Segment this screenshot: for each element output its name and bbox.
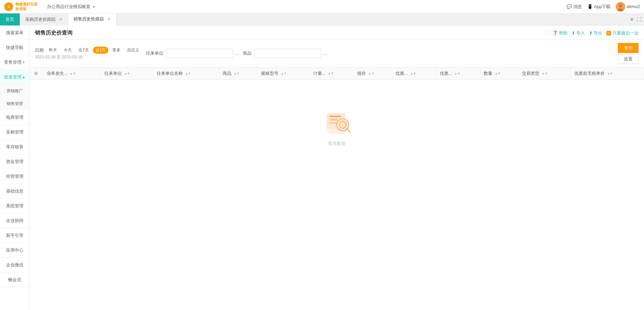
discount2-sort-icon: ▲▼ xyxy=(454,72,460,75)
only-last-checkbox-area[interactable]: ✓ 只看最后一次 xyxy=(606,30,639,36)
date-chip-today[interactable]: 今天 xyxy=(61,47,74,54)
th-unit-label: 计量... xyxy=(313,71,326,76)
sidebar-item-purchase-mgmt[interactable]: 采购管理 xyxy=(0,125,29,140)
th-settings[interactable]: ⚙ xyxy=(30,68,43,80)
partner-input-area: ... xyxy=(166,49,239,58)
th-goods[interactable]: 商品 ▲▼ xyxy=(219,68,258,80)
th-discount2[interactable]: 优惠... ▲▼ xyxy=(436,68,480,80)
th-unit[interactable]: 计量... ▲▼ xyxy=(310,68,354,80)
sidebar-item-enterprise-collab[interactable]: 企业协同 xyxy=(0,213,29,228)
message-btn[interactable]: 💬 消息 xyxy=(567,4,582,10)
sidebar-item-finance-mgmt[interactable]: 资金管理 xyxy=(0,154,29,169)
page-header: 销售历史价查询 ❓ 帮助 ⬇ 导入 ⬆ 导出 ✓ 只看最后一次 xyxy=(30,25,644,40)
sidebar-marketing-promo-label: 营销推广 xyxy=(7,88,23,94)
export-icon: ⬆ xyxy=(589,31,593,36)
goods-dots-btn[interactable]: ... xyxy=(323,51,327,56)
date-chip-1month[interactable]: 近1月 xyxy=(93,47,109,54)
th-partner-name-label: 往来单位名称 xyxy=(157,71,183,76)
date-chip-yesterday[interactable]: 昨天 xyxy=(46,47,60,54)
query-button[interactable]: 查询 xyxy=(618,43,639,53)
partner-input[interactable] xyxy=(166,49,233,58)
tab-sales-history[interactable]: 销售历史价跟踪 ✕ xyxy=(68,13,116,25)
sidebar-item-marketing-promo[interactable]: 营销推广 xyxy=(0,85,29,97)
sidebar-item-app-center[interactable]: 应用中心 xyxy=(0,243,29,258)
table-header-row: ⚙ 业务发生... ▲▼ 往来单位 ▲▼ 往来单位名称 ▲▼ xyxy=(30,68,644,80)
th-biz-date[interactable]: 业务发生... ▲▼ xyxy=(43,68,101,80)
svg-rect-7 xyxy=(329,116,341,117)
th-partner-id[interactable]: 往来单位 ▲▼ xyxy=(101,68,153,80)
sidebar-item-search-menu[interactable]: 搜索菜单 xyxy=(0,25,29,40)
th-biz-date-label: 业务发生... xyxy=(47,71,68,76)
sidebar-item-wholesale-mgmt[interactable]: 批发管理 ▲ xyxy=(0,70,29,85)
tab-bar-right: ✕ ⛶ xyxy=(630,17,644,22)
logo-text: 畅捷通好生意 标准版 xyxy=(15,2,38,11)
export-btn[interactable]: ⬆ 导出 xyxy=(589,30,602,36)
svg-point-3 xyxy=(619,4,622,7)
trade-type-sort-icon: ▲▼ xyxy=(542,72,548,75)
help-btn[interactable]: ❓ 帮助 xyxy=(552,30,568,36)
sidebar-item-enterprise-wx[interactable]: 企业微信 xyxy=(0,258,29,272)
user-area[interactable]: demo2 xyxy=(616,2,640,11)
filter-date-area: 日期 昨天 今天 近7天 近1月 更多 自定义 2023-02-18 至 202… xyxy=(35,47,142,60)
sidebar-item-basic-info[interactable]: 基础信息 xyxy=(0,184,29,199)
th-partner-name[interactable]: 往来单位名称 ▲▼ xyxy=(153,68,219,80)
tab-close-window-icon[interactable]: ✕ xyxy=(630,17,634,22)
header-left: 6 畅捷通好生意 标准版 办公用品行业模拟账套 ▼ xyxy=(4,2,96,11)
sidebar-item-vip[interactable]: 畅会员 xyxy=(0,272,29,287)
th-pretax-price-label: 优惠前无税单价 xyxy=(574,71,605,76)
app-title-dropdown-icon[interactable]: ▼ xyxy=(92,5,96,9)
import-icon: ⬇ xyxy=(572,31,575,36)
sidebar-retail-arrow-icon: ▼ xyxy=(22,60,25,64)
tab-purchase-history[interactable]: 采购历史价跟踪 ✕ xyxy=(20,13,68,25)
sidebar-finance-mgmt-label: 资金管理 xyxy=(6,159,23,165)
app-download-btn[interactable]: 📱 App下载 xyxy=(587,4,610,10)
th-quote[interactable]: 报价 ▲▼ xyxy=(354,68,392,80)
sidebar-item-sys-mgmt[interactable]: 系统管理 xyxy=(0,199,29,213)
th-discount1-label: 优惠... xyxy=(395,71,408,76)
import-btn[interactable]: ⬇ 导入 xyxy=(572,30,585,36)
goods-input[interactable] xyxy=(254,49,321,58)
data-table: ⚙ 业务发生... ▲▼ 往来单位 ▲▼ 往来单位名称 ▲▼ xyxy=(30,68,644,80)
sidebar-item-quick-nav[interactable]: 快捷导航 xyxy=(0,40,29,55)
settings-gear-icon[interactable]: ⚙ xyxy=(34,71,38,76)
th-pretax-price[interactable]: 优惠前无税单价 ▲▼ xyxy=(571,68,644,80)
user-name: demo2 xyxy=(627,4,640,9)
sidebar-item-sales-mgmt[interactable]: 销售管理 xyxy=(0,97,29,110)
sidebar-item-newbie-guide[interactable]: 新手引导 xyxy=(0,228,29,243)
sidebar-item-retail-mgmt[interactable]: 零售管理 ▼ xyxy=(0,55,29,70)
main-layout: 搜索菜单 快捷导航 零售管理 ▼ 批发管理 ▲ 营销推广 销售管理 电商管理 采… xyxy=(0,25,644,310)
sidebar-item-ecom-mgmt[interactable]: 电商管理 xyxy=(0,110,29,125)
partner-dots-btn[interactable]: ... xyxy=(235,51,239,56)
sidebar-enterprise-wx-label: 企业微信 xyxy=(6,262,23,268)
tab-purchase-history-label: 采购历史价跟踪 xyxy=(25,16,56,22)
empty-state-icon xyxy=(320,106,354,137)
sidebar-inventory-check-label: 库存核算 xyxy=(6,144,23,150)
sidebar-purchase-mgmt-label: 采购管理 xyxy=(6,129,23,135)
date-chip-custom[interactable]: 自定义 xyxy=(124,47,142,54)
settings-button[interactable]: 设置 xyxy=(618,54,639,64)
th-goods-label: 商品 xyxy=(223,71,231,76)
date-chip-more[interactable]: 更多 xyxy=(110,47,123,54)
goods-filter-label: 商品 xyxy=(243,50,252,56)
sidebar-basic-info-label: 基础信息 xyxy=(6,188,23,194)
import-label: 导入 xyxy=(576,30,585,36)
sidebar-item-ops-mgmt[interactable]: 经营管理 xyxy=(0,169,29,184)
th-spec[interactable]: 规格型号 ▲▼ xyxy=(258,68,310,80)
app-title-area[interactable]: 办公用品行业模拟账套 ▼ xyxy=(47,4,96,10)
top-header: 6 畅捷通好生意 标准版 办公用品行业模拟账套 ▼ 💬 消息 📱 App下载 d… xyxy=(0,0,644,13)
th-discount1[interactable]: 优惠... ▲▼ xyxy=(392,68,436,80)
empty-state: 暂无数据 xyxy=(30,80,644,173)
date-chip-7days[interactable]: 近7天 xyxy=(76,47,92,54)
quote-sort-icon: ▲▼ xyxy=(368,72,374,75)
th-qty-label: 数量 xyxy=(484,71,492,76)
date-chips: 昨天 今天 近7天 近1月 更多 自定义 xyxy=(46,47,142,54)
tab-purchase-close-icon[interactable]: ✕ xyxy=(59,17,62,22)
th-qty[interactable]: 数量 ▲▼ xyxy=(480,68,519,80)
tab-home[interactable]: 首页 xyxy=(0,13,20,25)
partner-filter-group: 往来单位 ... xyxy=(146,49,239,58)
tab-expand-icon[interactable]: ⛶ xyxy=(637,17,641,22)
sidebar-item-inventory-check[interactable]: 库存核算 xyxy=(0,140,29,154)
th-trade-type[interactable]: 交易类型 ▲▼ xyxy=(519,68,571,80)
th-trade-type-label: 交易类型 xyxy=(522,71,539,76)
tab-sales-close-icon[interactable]: ✕ xyxy=(107,17,111,21)
